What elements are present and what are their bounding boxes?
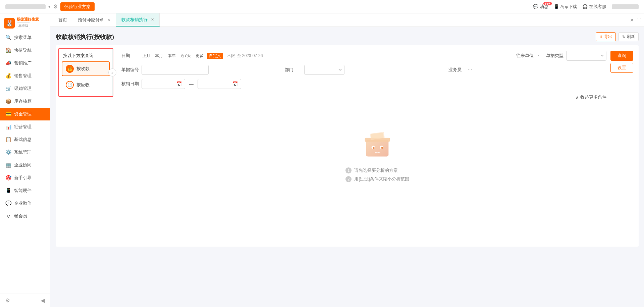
counterpart-dots[interactable]: ··· [536, 53, 541, 59]
sidebar-item-enterprise[interactable]: 🏢 企业协同 [0, 159, 50, 171]
sidebar-label-purchase: 采购管理 [14, 86, 32, 92]
top-header: ▾ ⚙ 休验行业方案 💬 消息 99+ 📱 App下载 🎧 在线客服 [0, 0, 644, 13]
date-field: 日期 上月 本月 本年 近7天 更多 自定义 不限 [121, 53, 263, 59]
app-download-btn[interactable]: 📱 App下载 [554, 4, 577, 10]
collapse-chevron-icon: ∧ [576, 95, 579, 100]
tab-prepay[interactable]: 预付冲应付单 ✕ [72, 13, 116, 27]
date-this-year[interactable]: 本年 [166, 53, 177, 59]
refresh-btn[interactable]: ↻ 刷新 [619, 32, 639, 41]
salesperson-field: 业务员 ··· [448, 67, 606, 73]
date-custom[interactable]: 自定义 [207, 53, 223, 59]
tab-collection-verify[interactable]: 收款核销执行 ✕ [116, 13, 160, 27]
footer-settings-icon[interactable]: ⚙ [5, 297, 10, 304]
tab-home[interactable]: 首页 [53, 13, 72, 27]
message-icon: 💬 [533, 4, 538, 9]
header-gear-icon[interactable]: ⚙ [53, 3, 58, 10]
empty-state: 1 请先选择要分析的方案 2 用[过滤]条件来缩小分析范围 [121, 100, 633, 209]
sidebar-item-wechat[interactable]: 💬 企业微信 [0, 197, 50, 210]
sidebar-item-member[interactable]: V 畅会员 [0, 210, 50, 222]
voucher-type-select[interactable] [566, 51, 606, 61]
filter-collapse-btn[interactable]: » [108, 68, 116, 76]
member-icon: V [5, 213, 11, 219]
export-btn[interactable]: ⬆ 导出 [596, 32, 616, 41]
sidebar-item-hardware[interactable]: 📱 智能硬件 [0, 184, 50, 197]
date-last-month[interactable]: 上月 [141, 53, 152, 59]
messages-badge: 99+ [543, 2, 552, 5]
sidebar-badge: 标准版 [17, 22, 30, 29]
industry-btn[interactable]: 休验行业方案 [60, 2, 95, 11]
sidebar-item-quick-nav[interactable]: 🏠 快捷导航 [0, 44, 50, 57]
app-icon: 📱 [554, 4, 559, 9]
verify-date-end-input[interactable]: 2023-07-21 [201, 82, 231, 87]
department-select[interactable] [304, 65, 344, 75]
date-this-month[interactable]: 本月 [154, 53, 164, 59]
wechat-icon: 💬 [5, 200, 11, 206]
search-area: 日期 上月 本月 本年 近7天 更多 自定义 不限 [121, 51, 633, 100]
quick-nav-icon: 🏠 [5, 47, 11, 53]
tab-collection-verify-close[interactable]: ✕ [151, 17, 154, 22]
verify-date-start-input[interactable]: 2023-03-01 [145, 82, 175, 87]
sidebar-item-guide[interactable]: 🎯 新手引导 [0, 171, 50, 184]
marketing-icon: 📣 [5, 60, 11, 66]
department-label: 部门 [285, 67, 302, 73]
footer-collapse-icon[interactable]: ◀ [41, 297, 45, 304]
salesperson-dots[interactable]: ··· [468, 67, 472, 73]
service-icon: 🎧 [582, 4, 588, 9]
messages-btn[interactable]: 💬 消息 99+ [533, 4, 548, 10]
tab-prepay-close[interactable]: ✕ [107, 18, 110, 22]
search-content: 日期 上月 本月 本年 近7天 更多 自定义 不限 [116, 45, 639, 247]
verify-date-start-picker[interactable]: 2023-03-01 📅 [142, 79, 185, 89]
voucher-no-input[interactable] [142, 65, 209, 75]
settings-btn[interactable]: 设置 [610, 63, 633, 73]
header-chevron-icon[interactable]: ▾ [48, 4, 50, 9]
sidebar-item-operations[interactable]: 📊 经营管理 [0, 120, 50, 133]
verify-date-end-picker[interactable]: 2023-07-21 📅 [198, 79, 241, 89]
sidebar-item-system[interactable]: ⚙️ 系统管理 [0, 146, 50, 159]
form-row-3: 核销日期 2023-03-01 📅 — 2023-07-21 [121, 79, 606, 89]
sidebar-item-sales[interactable]: 💰 销售管理 [0, 69, 50, 82]
verify-date-field: 核销日期 2023-03-01 📅 — 2023-07-21 [121, 79, 606, 89]
sidebar-item-basic-info[interactable]: 📋 基础信息 [0, 133, 50, 146]
filter-option-collection[interactable]: 💰 按收款 [62, 61, 110, 76]
hardware-icon: 📱 [5, 188, 11, 194]
main-panel: 按以下方案查询 💰 按收款 🕐 按应收 [56, 45, 639, 247]
logo-icon: 🐰 [4, 18, 15, 29]
header-left: ▾ ⚙ 休验行业方案 [5, 2, 95, 11]
collapse-conditions-btn[interactable]: ∧ 收起更多条件 [121, 93, 606, 100]
date-shortcuts: 上月 本月 本年 近7天 更多 自定义 不限 至 2023-07-26 [141, 53, 263, 59]
sidebar-label-finance: 资金管理 [14, 111, 32, 117]
sidebar-item-search-menu[interactable]: 🔍 搜索菜单 [0, 31, 50, 44]
sidebar-label-marketing: 营销推广 [14, 60, 32, 66]
filter-option-receivable[interactable]: 🕐 按应收 [62, 78, 110, 92]
guide-icon: 🎯 [5, 175, 11, 181]
tab-bar-close-btn[interactable]: ✕ [630, 17, 634, 23]
filter-panel-container: 按以下方案查询 💰 按收款 🕐 按应收 [56, 45, 116, 247]
calendar-start-icon[interactable]: 📅 [176, 81, 182, 87]
header-right: 💬 消息 99+ 📱 App下载 🎧 在线客服 [533, 4, 639, 10]
svg-rect-7 [371, 133, 384, 139]
date-label: 日期 [121, 53, 138, 59]
calendar-end-icon[interactable]: 📅 [232, 81, 238, 87]
empty-tip-1: 1 请先选择要分析的方案 [345, 167, 409, 173]
sidebar-item-purchase[interactable]: 🛒 采购管理 [0, 82, 50, 95]
sidebar-item-marketing[interactable]: 📣 营销推广 [0, 57, 50, 69]
date-7days[interactable]: 近7天 [179, 53, 192, 59]
sidebar-item-inventory[interactable]: 📦 库存核算 [0, 95, 50, 108]
search-btn[interactable]: 查询 [610, 51, 633, 61]
sidebar-label-system: 系统管理 [14, 149, 32, 155]
tab-bar-expand-btn[interactable]: ⛶ [637, 17, 641, 23]
sidebar-footer: ⚙ ◀ [0, 294, 50, 307]
date-more[interactable]: 更多 [194, 53, 205, 59]
online-service-btn[interactable]: 🎧 在线客服 [582, 4, 606, 10]
header-account-blur [5, 4, 46, 9]
voucher-type-field: 单据类型 [546, 51, 606, 61]
logo-text: 畅捷通好生意 [17, 17, 39, 22]
page-title: 收款核销执行(按收款) [56, 33, 114, 41]
sidebar-item-finance[interactable]: 💳 资金管理 [0, 108, 50, 120]
voucher-type-label: 单据类型 [546, 53, 564, 59]
verify-date-label: 核销日期 [121, 81, 139, 87]
finance-icon: 💳 [5, 111, 11, 117]
export-icon: ⬆ [599, 35, 603, 39]
sidebar-logo: 🐰 畅捷通好生意 标准版 [0, 13, 50, 31]
sidebar-label-inventory: 库存核算 [14, 98, 32, 104]
